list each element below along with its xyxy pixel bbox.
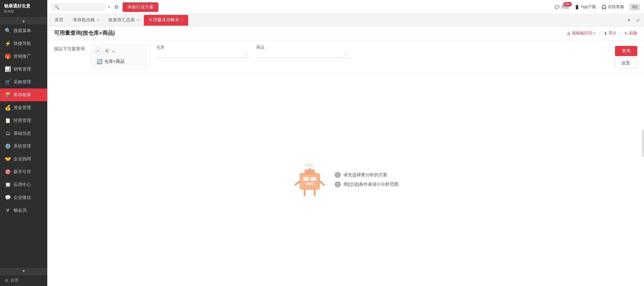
app-version: 标准版	[4, 9, 43, 14]
search-input[interactable]	[61, 5, 101, 9]
filter-scheme-panel: + ⚙ « 🔄 仓库+商品	[90, 45, 151, 69]
industry-solution-button[interactable]: 体验行业方案	[123, 2, 158, 12]
empty-hint-1: 1 请先选择要分析的方案	[335, 172, 398, 178]
filter-buttons: 查询 设置	[614, 45, 637, 68]
filter-fields: 仓库 ··· 商品 ···	[156, 45, 609, 58]
sidebar-item-onboarding[interactable]: 🎯 新手引导	[0, 165, 47, 178]
sidebar-item-search[interactable]: 🔍 搜索菜单	[0, 24, 47, 37]
sidebar-item-label: 基础信息	[14, 130, 31, 136]
tab-available-stock-close[interactable]: ×	[181, 18, 183, 22]
sidebar-item-label: 销售管理	[14, 66, 31, 72]
finance-icon: 💰	[5, 105, 11, 111]
tab-home-label: 首页	[55, 17, 63, 23]
tabbar-actions: × ⤢	[625, 17, 641, 23]
settings-icon: ⚙	[5, 278, 8, 283]
sidebar-scroll-up[interactable]: ▲	[0, 18, 47, 24]
mobile-icon: 📱	[574, 5, 579, 9]
user-avatar[interactable]: Rit	[629, 4, 640, 10]
app-download-button[interactable]: 📱 App下载	[574, 4, 596, 10]
sidebar-bottom-settings[interactable]: ⚙ 设置	[0, 275, 47, 286]
sidebar-item-vip[interactable]: V 畅会员	[0, 204, 47, 217]
product-input[interactable]	[258, 52, 343, 57]
sidebar-item-label: 库存核算	[14, 92, 31, 98]
print-chevron-icon: ▾	[594, 31, 596, 35]
refresh-label: 刷新	[629, 30, 637, 36]
settings-scheme-button[interactable]: ⚙	[103, 48, 110, 54]
sidebar-item-inventory[interactable]: 📦 库存核算	[0, 88, 47, 101]
message-icon: 💬	[555, 5, 560, 9]
export-label: 导出	[609, 30, 617, 36]
warehouse-input-container: ···	[156, 51, 251, 58]
hint-text-1: 请先选择要分析的方案	[343, 172, 387, 178]
print-icon: 🖨	[567, 31, 571, 36]
sidebar-item-system[interactable]: ⚙️ 系统管理	[0, 140, 47, 153]
tab-batch-account[interactable]: 库存批次账 ×	[68, 15, 104, 26]
sidebar-item-label: 采购管理	[14, 79, 31, 85]
filter-scheme-actions: + ⚙	[95, 48, 110, 54]
app-center-icon: 🔲	[5, 182, 11, 188]
settings-button[interactable]: 设置	[614, 58, 637, 68]
sidebar-scroll-down[interactable]: ▼	[0, 268, 47, 275]
action-divider-1: |	[599, 31, 600, 36]
query-button[interactable]: 查询	[615, 46, 637, 56]
scheme-item-warehouse-product[interactable]: 🔄 仓库+商品	[95, 57, 147, 66]
sidebar-item-shortcut[interactable]: ⚡ 快捷导航	[0, 37, 47, 50]
marketing-icon: 🎁	[5, 53, 11, 59]
tab-receive-summary-close[interactable]: ×	[137, 18, 139, 22]
sidebar-nav: 🔍 搜索菜单 ⚡ 快捷导航 🎁 营销推广 📊 销售管理 🛒 采购管理 📦 库存核…	[0, 24, 47, 268]
sidebar-item-wechat[interactable]: 💬 企业微信	[0, 191, 47, 204]
tab-available-stock[interactable]: 可用量库存账本 ×	[144, 15, 188, 26]
sidebar-item-purchase[interactable]: 🛒 采购管理	[0, 76, 47, 88]
filter-scheme-header: + ⚙ «	[95, 48, 147, 54]
add-scheme-button[interactable]: +	[95, 48, 101, 54]
shortcut-icon: ⚡	[5, 41, 11, 47]
tab-home[interactable]: 首页	[50, 15, 68, 26]
sidebar-item-label: 应用中心	[14, 182, 31, 188]
svg-rect-3	[306, 182, 314, 185]
search-chevron-icon[interactable]: ▾	[108, 5, 110, 9]
tab-batch-account-label: 库存批次账	[73, 17, 95, 23]
sidebar-item-enterprise[interactable]: 🤝 企业协同	[0, 153, 47, 165]
print-action[interactable]: 🖨 按模板打印 ▾	[567, 30, 596, 36]
filter-field-warehouse: 仓库 ···	[156, 45, 251, 58]
empty-hints: 1 请先选择要分析的方案 2 用[过滤]条件来缩小分析范围	[335, 172, 398, 187]
topbar-search-box[interactable]: 🔍	[51, 4, 105, 10]
sidebar-item-operations[interactable]: 📋 经营管理	[0, 114, 47, 127]
sidebar-item-basic-info[interactable]: 🗂 基础信息	[0, 127, 47, 140]
sidebar-item-label: 畅会员	[14, 207, 27, 213]
sidebar-item-finance[interactable]: 💰 资金管理	[0, 101, 47, 114]
online-service-button[interactable]: 🎧 在线客服	[601, 4, 624, 10]
gear-icon[interactable]: ⚙	[113, 4, 120, 10]
app-download-label: App下载	[581, 4, 596, 10]
tab-receive-summary[interactable]: 收发存汇总表 ×	[104, 15, 144, 26]
search-icon: 🔍	[5, 28, 11, 34]
enterprise-icon: 🤝	[5, 156, 11, 162]
sidebar-item-marketing[interactable]: 🎁 营销推广	[0, 50, 47, 63]
product-more-icon[interactable]: ···	[343, 52, 350, 57]
right-scrollbar[interactable]	[642, 130, 644, 157]
page-actions: 🖨 按模板打印 ▾ | ⬇ 导出 | ↻ 刷新	[567, 30, 637, 36]
tabbar-expand-button[interactable]: ⤢	[635, 18, 641, 23]
empty-state: 1 请先选择要分析的方案 2 用[过滤]条件来缩小分析范围	[293, 163, 398, 197]
scheme-item-icon: 🔄	[97, 59, 102, 64]
export-action[interactable]: ⬇ 导出	[604, 30, 617, 36]
message-button[interactable]: 💬 消息 99+	[555, 4, 569, 10]
product-input-container: ···	[256, 51, 351, 58]
purchase-icon: 🛒	[5, 79, 11, 85]
svg-rect-1	[303, 177, 309, 181]
sidebar-item-sales[interactable]: 📊 销售管理	[0, 63, 47, 76]
warehouse-input[interactable]	[158, 52, 243, 57]
tab-batch-account-close[interactable]: ×	[97, 18, 99, 22]
sidebar-item-label: 资金管理	[14, 105, 31, 111]
sidebar-item-label: 企业微信	[14, 194, 31, 201]
tabbar-close-all-button[interactable]: ×	[625, 17, 633, 23]
app-logo: 畅康通好生意 标准版	[0, 0, 47, 18]
sidebar: 畅康通好生意 标准版 ▲ 🔍 搜索菜单 ⚡ 快捷导航 🎁 营销推广 📊 销售管理…	[0, 0, 47, 286]
warehouse-more-icon[interactable]: ···	[243, 52, 250, 57]
collapse-scheme-button[interactable]: «	[112, 48, 115, 54]
online-service-label: 在线客服	[608, 4, 624, 10]
refresh-action[interactable]: ↻ 刷新	[624, 30, 637, 36]
product-field-label: 商品	[256, 45, 351, 50]
sidebar-item-app-center[interactable]: 🔲 应用中心	[0, 178, 47, 191]
headset-icon: 🎧	[601, 5, 607, 9]
